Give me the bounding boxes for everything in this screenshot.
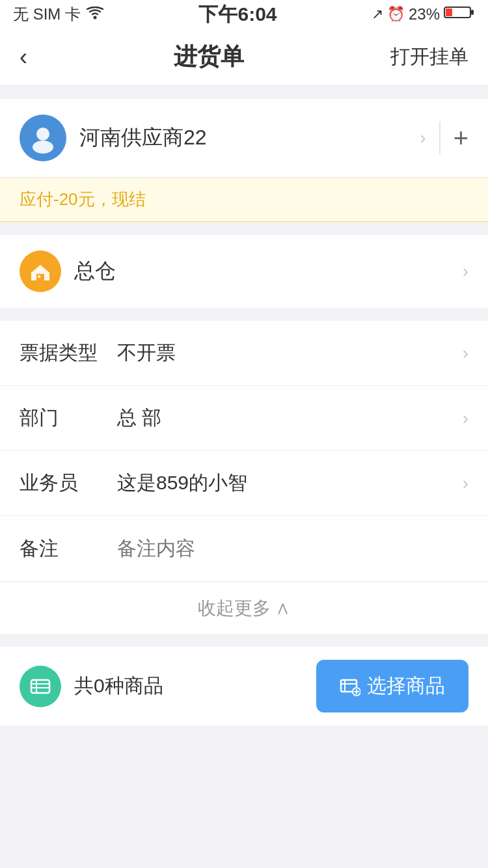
- alarm-icon: ⏰: [387, 6, 405, 23]
- open-pending-button[interactable]: 打开挂单: [390, 44, 468, 70]
- wifi-icon: [86, 5, 104, 23]
- invoice-type-row[interactable]: 票据类型 不开票 ›: [0, 321, 488, 386]
- bottom-bar: 共0种商品 选择商品: [0, 647, 488, 726]
- department-value: 总 部: [104, 405, 456, 431]
- notice-text: 应付-20元，现结: [20, 189, 146, 209]
- salesperson-value: 这是859的小智: [104, 470, 456, 496]
- status-carrier: 无 SIM 卡: [13, 4, 104, 25]
- status-time: 下午6:04: [198, 1, 277, 28]
- carrier-text: 无 SIM 卡: [13, 4, 81, 25]
- salesperson-row[interactable]: 业务员 这是859的小智 ›: [0, 451, 488, 516]
- svg-rect-3: [446, 8, 452, 16]
- department-row[interactable]: 部门 总 部 ›: [0, 386, 488, 451]
- warehouse-name: 总仓: [74, 257, 456, 286]
- gap-2: [0, 222, 488, 235]
- invoice-type-value: 不开票: [104, 340, 456, 366]
- collapse-row[interactable]: 收起更多 ∧: [0, 582, 488, 634]
- add-supplier-button[interactable]: +: [454, 124, 468, 153]
- nav-bar: ‹ 进货单 打开挂单: [0, 29, 488, 86]
- status-icons: ↗ ⏰ 23%: [372, 5, 475, 24]
- department-chevron-icon: ›: [463, 408, 468, 429]
- svg-rect-2: [471, 10, 474, 15]
- page-title: 进货单: [174, 41, 244, 73]
- select-product-button[interactable]: 选择商品: [316, 660, 468, 712]
- svg-rect-7: [38, 275, 40, 278]
- svg-point-0: [94, 16, 97, 20]
- remark-row[interactable]: 备注: [0, 516, 488, 581]
- select-product-label: 选择商品: [367, 673, 445, 699]
- supplier-row: 河南供应商22 › +: [0, 99, 488, 178]
- warehouse-icon: [20, 251, 61, 292]
- svg-rect-8: [31, 680, 49, 693]
- remark-label: 备注: [20, 536, 104, 562]
- invoice-type-chevron-icon: ›: [463, 343, 468, 364]
- warehouse-row[interactable]: 总仓 ›: [0, 235, 488, 308]
- warehouse-chevron-icon: ›: [463, 261, 468, 282]
- supplier-divider: [439, 122, 441, 154]
- remark-input[interactable]: [104, 537, 468, 560]
- supplier-chevron-icon: ›: [420, 128, 426, 148]
- battery-icon: [444, 5, 475, 24]
- collapse-label: 收起更多 ∧: [198, 596, 291, 621]
- svg-point-4: [36, 128, 49, 141]
- notice-bar: 应付-20元，现结: [0, 178, 488, 222]
- location-icon: ↗: [372, 6, 383, 23]
- warehouse-card: 总仓 ›: [0, 235, 488, 308]
- salesperson-chevron-icon: ›: [463, 473, 468, 494]
- supplier-avatar: [20, 115, 66, 161]
- supplier-card: 河南供应商22 › + 应付-20元，现结: [0, 99, 488, 222]
- status-bar: 无 SIM 卡 下午6:04 ↗ ⏰ 23%: [0, 0, 488, 29]
- form-card: 票据类型 不开票 › 部门 总 部 › 业务员 这是859的小智 › 备注: [0, 321, 488, 581]
- product-icon: [20, 666, 61, 707]
- salesperson-label: 业务员: [20, 470, 104, 496]
- back-button[interactable]: ‹: [20, 44, 27, 71]
- department-label: 部门: [20, 405, 104, 431]
- battery-text: 23%: [409, 5, 440, 23]
- svg-point-5: [33, 141, 53, 154]
- gap-1: [0, 86, 488, 99]
- invoice-type-label: 票据类型: [20, 340, 104, 366]
- supplier-name[interactable]: 河南供应商22: [79, 124, 413, 152]
- product-count: 共0种商品: [74, 673, 303, 699]
